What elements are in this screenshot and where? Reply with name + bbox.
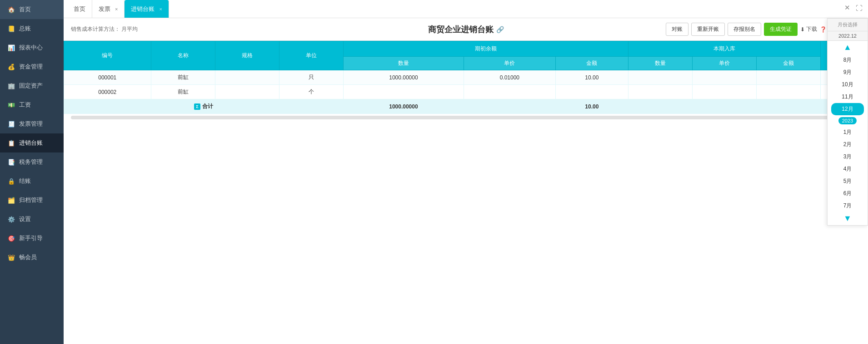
funds-icon: 💰 [7, 63, 15, 71]
main-area: 首页 发票 × 进销台账 × ✕ ⛶ 销售成本计算方法： 月平均 商贸企业进销台… [64, 0, 868, 344]
month-panel-up-nav[interactable]: ▲ [828, 41, 868, 54]
cell-ob-amount [555, 85, 628, 99]
col-sub-ob-amount: 金额 [555, 57, 628, 70]
sidebar-item-label: 设置 [19, 215, 31, 223]
cell-spec [215, 85, 279, 99]
sidebar-item-label: 资金管理 [19, 63, 43, 71]
sidebar-item-tax[interactable]: 📑 税务管理 [0, 152, 64, 172]
cost-method-info: 销售成本计算方法： 月平均 [71, 25, 267, 33]
tab-invoice-close[interactable]: × [115, 6, 118, 12]
help-icon: ❓ [820, 26, 827, 33]
month-item-3[interactable]: 3月 [828, 151, 868, 163]
sidebar-item-funds[interactable]: 💰 资金管理 [0, 57, 64, 76]
archive-icon: 🗂️ [7, 196, 15, 204]
col-header-current-in: 本期入库 [628, 41, 821, 57]
horizontal-scrollbar[interactable] [71, 116, 861, 119]
col-sub-ob-qty: 数量 [344, 57, 464, 70]
download-button[interactable]: ⬇ 下载 [800, 25, 817, 33]
tab-bar: 首页 发票 × 进销台账 × ✕ ⛶ [64, 0, 868, 18]
inventory-table: 编号 名称 规格 单位 期初余额 本期入库 数 数量 单价 金额 数量 单价 [64, 41, 868, 114]
cell-in-amount [757, 70, 821, 85]
sidebar-item-label: 总账 [19, 25, 31, 33]
cell-ob-amount: 10.00 [555, 70, 628, 85]
window-close-button[interactable]: ✕ [843, 3, 852, 13]
month-item-2[interactable]: 2月 [828, 138, 868, 151]
sidebar-item-archive[interactable]: 🗂️ 归档管理 [0, 191, 64, 210]
month-item-10[interactable]: 10月 [828, 79, 868, 91]
sidebar-item-salary[interactable]: 💵 工资 [0, 95, 64, 114]
content-area: 销售成本计算方法： 月平均 商贸企业进销台账 🔗 对账 重新开账 存报别名 生成… [64, 18, 868, 344]
month-item-1[interactable]: 1月 [828, 126, 868, 138]
total-icon: Σ [194, 103, 200, 110]
page-title-area: 商贸企业进销台账 🔗 [270, 24, 662, 35]
col-header-opening-balance: 期初余额 [344, 41, 629, 57]
sidebar-item-settings[interactable]: ⚙️ 设置 [0, 210, 64, 229]
col-sub-in-qty: 数量 [628, 57, 692, 70]
sidebar-item-invoice-mgmt[interactable]: 🧾 发票管理 [0, 114, 64, 133]
sidebar-item-inventory[interactable]: 📋 进销台账 [0, 133, 64, 152]
tab-home-label: 首页 [74, 5, 85, 13]
sidebar-item-reports[interactable]: 📊 报表中心 [0, 38, 64, 57]
sidebar-item-label: 畅会员 [19, 253, 37, 261]
sidebar-item-closing[interactable]: 🔒 结账 [0, 172, 64, 191]
total-label-cell: Σ 合计 [64, 99, 344, 114]
total-ob-amount: 10.00 [555, 99, 628, 114]
generate-voucher-button[interactable]: 生成凭证 [764, 23, 798, 36]
home-icon: 🏠 [7, 5, 15, 14]
cell-in-amount [757, 85, 821, 99]
assets-icon: 🏢 [7, 82, 15, 90]
tab-invoice-label: 发票 [99, 5, 110, 13]
month-item-4[interactable]: 4月 [828, 163, 868, 175]
reconcile-button[interactable]: 对账 [666, 23, 688, 36]
year-2023-label: 2023 [838, 117, 857, 124]
sidebar-item-label: 报表中心 [19, 44, 43, 52]
month-item-9[interactable]: 9月 [828, 66, 868, 79]
month-item-8[interactable]: 8月 [828, 54, 868, 66]
table-row: 000002 前缸 个 [64, 85, 868, 99]
col-sub-in-amount: 金额 [757, 57, 821, 70]
cell-code: 000001 [64, 70, 151, 85]
reopen-button[interactable]: 重新开账 [691, 23, 725, 36]
sidebar-item-home[interactable]: 🏠 首页 [0, 0, 64, 19]
sidebar-item-label: 发票管理 [19, 120, 43, 128]
col-header-code: 编号 [64, 41, 151, 70]
month-item-7[interactable]: 7月 [828, 200, 868, 212]
salary-icon: 💵 [7, 101, 15, 109]
guide-icon: 🎯 [7, 234, 15, 242]
page-info-icon[interactable]: 🔗 [496, 26, 504, 33]
page-title: 商贸企业进销台账 [428, 24, 494, 35]
tab-bar-actions: ✕ ⛶ [843, 3, 864, 13]
reports-icon: 📊 [7, 44, 15, 52]
sidebar-item-ledger[interactable]: 📒 总账 [0, 19, 64, 38]
closing-icon: 🔒 [7, 177, 15, 185]
month-panel-down-nav[interactable]: ▼ [828, 212, 868, 225]
sidebar-item-label: 税务管理 [19, 158, 43, 166]
sidebar-item-assets[interactable]: 🏢 固定资产 [0, 76, 64, 95]
sidebar-item-label: 固定资产 [19, 82, 43, 90]
toolbar: 销售成本计算方法： 月平均 商贸企业进销台账 🔗 对账 重新开账 存报别名 生成… [64, 18, 868, 41]
month-item-5[interactable]: 5月 [828, 175, 868, 187]
tab-home[interactable]: 首页 [67, 0, 92, 18]
save-alias-button[interactable]: 存报别名 [728, 23, 761, 36]
sidebar-item-guide[interactable]: 🎯 新手引导 [0, 229, 64, 248]
cell-spec [215, 70, 279, 85]
col-header-unit: 单位 [279, 41, 343, 70]
cell-ob-qty: 1000.00000 [344, 70, 464, 85]
total-row: Σ 合计 1000.00000 10.00 [64, 99, 868, 114]
sidebar-item-label: 工资 [19, 101, 31, 109]
window-maximize-button[interactable]: ⛶ [854, 3, 864, 13]
tab-invoice[interactable]: 发票 × [92, 0, 125, 18]
cell-code: 000002 [64, 85, 151, 99]
month-item-11[interactable]: 11月 [828, 91, 868, 103]
cell-in-qty [628, 85, 692, 99]
tab-inventory[interactable]: 进销台账 × [125, 0, 169, 18]
month-item-6[interactable]: 6月 [828, 187, 868, 200]
sidebar-item-member[interactable]: 👑 畅会员 [0, 248, 64, 267]
download-icon: ⬇ [800, 26, 805, 33]
sidebar-item-label: 归档管理 [19, 196, 43, 204]
cost-method-value: 月平均 [121, 26, 138, 32]
month-panel-year-2022: 2022.12 [828, 31, 868, 41]
month-item-12[interactable]: 12月 [831, 103, 864, 115]
sidebar-item-label: 结账 [19, 177, 31, 185]
tab-inventory-close[interactable]: × [159, 6, 162, 12]
